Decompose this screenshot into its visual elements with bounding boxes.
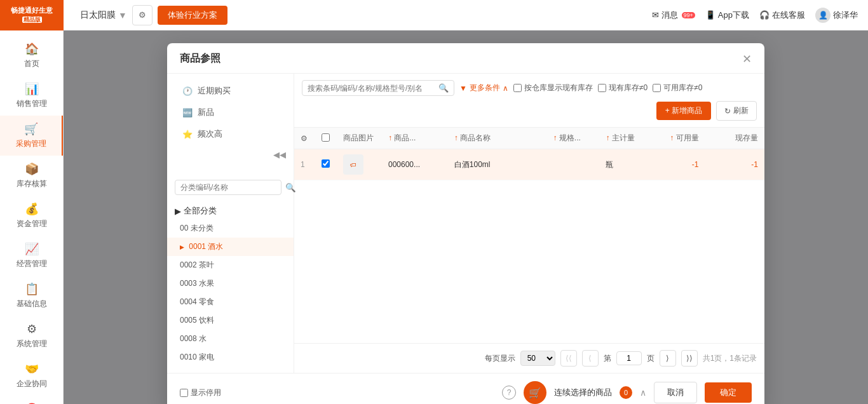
per-page-select[interactable]: 10 20 50 100 — [520, 351, 555, 366]
avail-stock-check[interactable] — [653, 84, 661, 92]
first-page-button[interactable]: ⟨⟨ — [560, 350, 577, 367]
row-img: 🏷 — [337, 149, 382, 180]
confirm-button[interactable]: 确定 — [705, 382, 752, 403]
filter-icon: ▼ — [459, 84, 467, 93]
sales-icon: 📊 — [25, 82, 39, 96]
filter-button[interactable]: ▼ 更多条件 ∧ — [459, 83, 508, 93]
next-page-button[interactable]: ⟩ — [660, 350, 676, 367]
page-word: 第 — [604, 353, 611, 364]
category-search-row: 🔍 — [167, 175, 294, 200]
table-body: 1 🏷 000600... — [294, 149, 764, 180]
sidebar-item-guide[interactable]: 🎯 新手引导 — [0, 396, 63, 404]
sidebar-item-purchase[interactable]: 🛒 采购管理 — [0, 116, 63, 156]
row-checkbox[interactable] — [322, 159, 330, 168]
sidebar-item-inventory[interactable]: 📦 库存核算 — [0, 156, 63, 196]
category-item-0002[interactable]: 0002 茶叶 — [167, 256, 294, 274]
new-product-item[interactable]: 🆕 新品 — [175, 102, 286, 123]
avail-stock-label: 可用库存≠0 — [663, 83, 702, 93]
gear-button[interactable]: ⚙ — [132, 5, 153, 25]
sidebar-item-finance[interactable]: 💰 资金管理 — [0, 196, 63, 236]
sidebar-item-sales[interactable]: 📊 销售管理 — [0, 76, 63, 116]
product-table: ⚙ 商品图片 — [294, 128, 764, 180]
th-name-label: 商品名称 — [460, 133, 491, 142]
all-category-label[interactable]: ▶ 全部分类 — [167, 200, 294, 219]
row-seq: 1 — [294, 149, 315, 180]
sidebar-finance-label: 资金管理 — [17, 219, 47, 229]
settings-icon[interactable]: ⚙ — [301, 134, 308, 143]
category-item-0001[interactable]: 0001 酒水 — [167, 238, 294, 256]
sidebar-item-home[interactable]: 🏠 首页 — [0, 36, 63, 76]
finance-icon: 💰 — [25, 202, 39, 216]
sort-avail-icon[interactable]: ↑ — [670, 133, 674, 142]
show-disabled-label: 显示停用 — [191, 387, 221, 398]
collapse-button[interactable]: ◀◀ — [167, 145, 294, 165]
system-icon: ⚙ — [27, 322, 37, 336]
modal-title: 商品参照 — [180, 52, 220, 65]
category-item-0005[interactable]: 0005 饮料 — [167, 311, 294, 330]
search-icon[interactable]: 🔍 — [438, 83, 449, 93]
app-download-label: App下载 — [718, 10, 749, 21]
th-name: ↑ 商品名称 — [448, 128, 547, 149]
recent-buy-label: 近期购买 — [198, 85, 231, 97]
product-reference-modal: 商品参照 ✕ 🕐 近期购买 🆕 新品 — [167, 43, 764, 404]
modal-close-button[interactable]: ✕ — [742, 53, 752, 65]
select-all-checkbox[interactable] — [322, 133, 330, 142]
help-button[interactable]: ? — [502, 386, 516, 400]
sidebar: 🏠 首页 📊 销售管理 🛒 采购管理 📦 库存核算 💰 资金管理 📈 经营管理 … — [0, 30, 64, 404]
current-stock-label: 现有库存≠0 — [609, 83, 648, 93]
sidebar-sales-label: 销售管理 — [17, 98, 47, 109]
modal-footer: 显示停用 ? 🛒 连续选择的商品 0 ∧ — [167, 373, 764, 404]
row-unit: 瓶 — [599, 149, 646, 180]
warehouse-stock-checkbox[interactable]: 按仓库显示现有库存 — [513, 83, 593, 93]
modal-body: 🕐 近期购买 🆕 新品 ⭐ 频次高 — [167, 74, 764, 373]
row-stock: -1 — [705, 149, 764, 180]
nav-dropdown[interactable]: 日太阳膜 ▼ — [80, 10, 127, 21]
prev-page-button[interactable]: ⟨ — [582, 350, 599, 367]
category-item-0010[interactable]: 0010 家电 — [167, 348, 294, 367]
sort-up-icon[interactable]: ↑ — [388, 133, 392, 142]
category-item-0008[interactable]: 0008 水 — [167, 330, 294, 348]
question-icon: ? — [502, 386, 516, 400]
sidebar-item-operations[interactable]: 📈 经营管理 — [0, 236, 63, 276]
cart-button[interactable]: 🛒 — [524, 381, 546, 404]
current-stock-check[interactable] — [598, 84, 606, 92]
recent-buy-item[interactable]: 🕐 近期购买 — [175, 80, 286, 102]
home-icon: 🏠 — [25, 42, 39, 56]
sidebar-item-basics[interactable]: 📋 基础信息 — [0, 276, 63, 316]
app-download-item[interactable]: 📱 App下载 — [705, 10, 749, 21]
sort-unit-icon[interactable]: ↑ — [606, 133, 609, 142]
category-item-0003[interactable]: 0003 水果 — [167, 274, 294, 293]
sidebar-item-system[interactable]: ⚙ 系统管理 — [0, 316, 63, 356]
sort-name-icon[interactable]: ↑ — [454, 133, 458, 142]
user-item[interactable]: 👤 徐泽华 — [815, 8, 858, 23]
category-item-00[interactable]: 00 未分类 — [167, 219, 294, 238]
show-disabled-check[interactable] — [180, 389, 188, 397]
high-freq-item[interactable]: ⭐ 频次高 — [175, 123, 286, 145]
row-name: 白酒100ml — [448, 149, 547, 180]
page-number-input[interactable] — [616, 351, 642, 365]
table-row[interactable]: 1 🏷 000600... — [294, 149, 764, 180]
avail-stock-checkbox[interactable]: 可用库存≠0 — [653, 83, 702, 93]
category-item-0004[interactable]: 0004 零食 — [167, 293, 294, 311]
last-page-button[interactable]: ⟩⟩ — [681, 350, 698, 367]
sidebar-item-collab[interactable]: 🤝 企业协同 — [0, 356, 63, 396]
sidebar-home-label: 首页 — [24, 58, 39, 69]
category-search-input[interactable] — [175, 180, 281, 195]
product-search-input[interactable] — [308, 84, 435, 93]
online-service-item[interactable]: 🎧 在线客服 — [759, 10, 805, 21]
nav-center: 日太阳膜 ▼ ⚙ 体验行业方案 — [80, 5, 227, 25]
add-product-button[interactable]: + 新增商品 — [656, 102, 711, 120]
current-stock-checkbox[interactable]: 现有库存≠0 — [598, 83, 648, 93]
show-disabled-checkbox[interactable]: 显示停用 — [180, 387, 221, 398]
category-0001-text: 0001 酒水 — [189, 242, 223, 251]
cancel-button[interactable]: 取消 — [654, 382, 697, 403]
warehouse-stock-check[interactable] — [513, 84, 522, 92]
refresh-button[interactable]: ↻ 刷新 — [716, 101, 757, 121]
purchase-icon: 🛒 — [24, 122, 38, 136]
message-item[interactable]: ✉ 消息 99+ — [652, 10, 695, 21]
experience-button[interactable]: 体验行业方案 — [158, 6, 227, 25]
sort-spec-icon[interactable]: ↑ — [553, 133, 557, 142]
expand-button[interactable]: ∧ — [640, 387, 646, 398]
nav-dropdown-arrow: ▼ — [118, 10, 127, 20]
th-code-label: 商品... — [394, 133, 416, 142]
